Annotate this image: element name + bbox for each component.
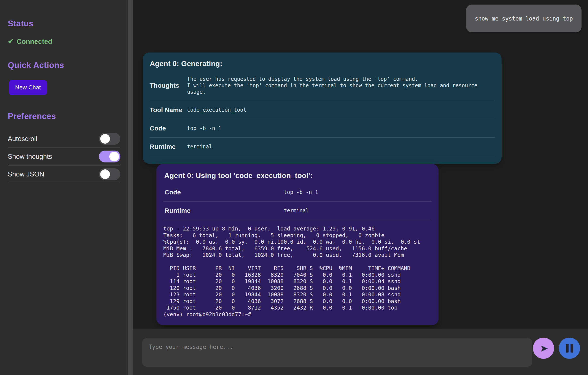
row-label: Runtime — [150, 143, 187, 150]
user-message-bubble: show me system load using top — [466, 5, 581, 32]
send-icon: ➤ — [540, 343, 548, 353]
row-value: top -b -n 1 — [284, 189, 432, 196]
quick-actions-heading: Quick Actions — [8, 61, 128, 70]
new-chat-button[interactable]: New Chat — [9, 80, 47, 95]
agent-generating-title: Agent 0: Generating: — [150, 59, 495, 68]
composer-bar: ➤ — [133, 329, 588, 375]
toggle-knob — [109, 152, 119, 161]
pause-icon — [566, 344, 573, 353]
connection-status: ✔ Connected — [8, 37, 128, 46]
row-value: The user has requested to display the sy… — [187, 76, 495, 95]
user-message-text: show me system load using top — [475, 15, 573, 22]
sidebar-scrollbar[interactable] — [128, 0, 133, 375]
row-runtime: Runtime terminal — [150, 138, 495, 156]
connection-status-label: Connected — [17, 38, 52, 46]
pref-label-show-json: Show JSON — [8, 170, 44, 178]
pref-label-show-thoughts: Show thoughts — [8, 153, 52, 160]
pref-row-show-json: Show JSON — [8, 166, 120, 183]
toggle-knob — [100, 134, 110, 144]
preferences-heading: Preferences — [8, 112, 128, 121]
show-json-toggle[interactable] — [99, 168, 120, 180]
sidebar: Status ✔ Connected Quick Actions New Cha… — [0, 0, 128, 375]
check-icon: ✔ — [8, 37, 14, 46]
terminal-output: top - 22:59:53 up 8 min, 0 user, load av… — [163, 226, 432, 318]
row-value: terminal — [187, 144, 495, 150]
row-label: Code — [150, 125, 187, 132]
status-heading: Status — [8, 19, 128, 28]
pref-label-autoscroll: Autoscroll — [8, 135, 37, 143]
row-label: Thoughts — [150, 82, 187, 89]
row-thoughts: Thoughts The user has requested to displ… — [150, 70, 495, 101]
row-label: Code — [163, 188, 284, 196]
row-code: Code top -b -n 1 — [163, 183, 432, 202]
pref-row-show-thoughts: Show thoughts — [8, 148, 120, 166]
chat-area: show me system load using top Agent 0: G… — [133, 0, 588, 329]
pref-row-autoscroll: Autoscroll — [8, 130, 120, 148]
row-tool-name: Tool Name code_execution_tool — [150, 101, 495, 119]
row-label: Tool Name — [150, 106, 187, 114]
pause-button[interactable] — [559, 338, 580, 359]
row-value: top -b -n 1 — [187, 125, 495, 132]
row-code: Code top -b -n 1 — [150, 119, 495, 138]
show-thoughts-toggle[interactable] — [99, 151, 120, 162]
agent-tool-title: Agent 0: Using tool 'code_execution_tool… — [164, 171, 432, 180]
autoscroll-toggle[interactable] — [99, 133, 120, 145]
row-value: code_execution_tool — [187, 107, 495, 113]
toggle-knob — [100, 169, 110, 179]
send-button[interactable]: ➤ — [533, 338, 554, 359]
row-label: Runtime — [163, 207, 284, 214]
agent-generating-card: Agent 0: Generating: Thoughts The user h… — [143, 52, 502, 164]
row-value: terminal — [284, 207, 432, 214]
message-input[interactable] — [142, 338, 532, 367]
preferences-list: Autoscroll Show thoughts Show JSON — [8, 130, 120, 183]
row-runtime: Runtime terminal — [163, 202, 432, 220]
agent-tool-card: Agent 0: Using tool 'code_execution_tool… — [156, 164, 439, 325]
